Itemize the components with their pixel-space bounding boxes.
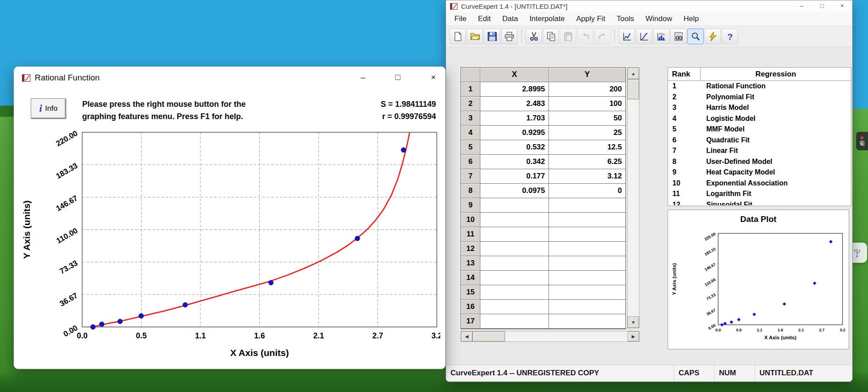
row-header[interactable]: 7 <box>461 169 480 184</box>
row-header[interactable]: 8 <box>461 184 480 198</box>
plot-data-button[interactable] <box>619 29 635 44</box>
redo-button[interactable] <box>594 29 610 44</box>
edge-tab[interactable]: 菊 <box>856 132 868 150</box>
close-button[interactable]: × <box>423 67 443 89</box>
menu-help[interactable]: Help <box>678 12 705 25</box>
cut-button[interactable] <box>526 29 542 44</box>
row-header[interactable]: 17 <box>461 314 480 329</box>
table-vertical-scrollbar[interactable]: ▲ ▼ <box>627 67 639 328</box>
table-corner-cell[interactable] <box>461 68 480 82</box>
cell-x[interactable] <box>480 213 549 227</box>
copy-button[interactable] <box>543 29 559 44</box>
cell-x[interactable]: 0.177 <box>480 169 549 184</box>
regression-item[interactable]: 12Sinusoidal Fit <box>668 201 850 206</box>
cell-y[interactable] <box>549 285 625 300</box>
cell-y[interactable]: 6.25 <box>549 155 625 169</box>
table-horizontal-scrollbar[interactable]: ◀ ▶ <box>461 331 639 342</box>
cell-y[interactable] <box>549 198 625 213</box>
cell-y[interactable] <box>549 227 625 242</box>
regression-item[interactable]: 7Linear Fit <box>668 147 850 158</box>
menu-edit[interactable]: Edit <box>472 12 496 25</box>
row-header[interactable]: 14 <box>461 271 480 285</box>
cell-y[interactable] <box>549 271 625 285</box>
cell-y[interactable]: 25 <box>549 126 625 140</box>
scroll-right-button[interactable]: ▶ <box>628 331 639 341</box>
row-header[interactable]: 11 <box>461 227 480 242</box>
menu-interpolate[interactable]: Interpolate <box>524 12 570 25</box>
main-title-bar[interactable]: CurveExpert 1.4 - [UNTITLED.DAT*] – □ × <box>446 0 852 12</box>
cell-y[interactable] <box>549 242 625 256</box>
cell-x[interactable]: 0.342 <box>480 155 549 169</box>
scroll-down-button[interactable]: ▼ <box>628 316 639 328</box>
help-button[interactable]: ? <box>722 29 738 44</box>
regression-item[interactable]: 2Polynomial Fit <box>668 93 850 104</box>
regression-item[interactable]: 11Logarithm Fit <box>668 190 850 201</box>
row-header[interactable]: 16 <box>461 300 480 314</box>
row-header[interactable]: 3 <box>461 111 480 126</box>
report-view-button[interactable] <box>670 29 686 44</box>
maximize-button[interactable]: □ <box>388 67 408 89</box>
cell-y[interactable]: 12.5 <box>549 140 625 155</box>
cell-x[interactable]: 0.9295 <box>480 126 549 140</box>
close-button[interactable]: × <box>832 0 852 12</box>
cell-x[interactable]: 0.532 <box>480 140 549 155</box>
row-header[interactable]: 2 <box>461 97 480 111</box>
horizontal-scroll-thumb[interactable] <box>472 331 505 341</box>
probability-histogram-button[interactable]: P(x) <box>653 29 669 44</box>
horizontal-scroll-track[interactable] <box>505 331 628 341</box>
cell-x[interactable] <box>480 271 549 285</box>
curve-finder-button[interactable] <box>636 29 652 44</box>
info-button[interactable]: i Info <box>31 98 66 119</box>
row-header[interactable]: 15 <box>461 285 480 300</box>
cell-y[interactable]: 3.12 <box>549 169 625 184</box>
print-button[interactable] <box>501 29 517 44</box>
row-header[interactable]: 10 <box>461 213 480 227</box>
row-header[interactable]: 13 <box>461 256 480 271</box>
regression-item[interactable]: 3Harris Model <box>668 104 850 115</box>
row-header[interactable]: 5 <box>461 140 480 155</box>
row-header[interactable]: 12 <box>461 242 480 256</box>
maximize-button[interactable]: □ <box>812 0 832 12</box>
cell-y[interactable] <box>549 256 625 271</box>
new-file-button[interactable] <box>450 29 466 44</box>
cell-x[interactable]: 1.703 <box>480 111 549 126</box>
menu-data[interactable]: Data <box>497 12 524 25</box>
calculate-lightning-button[interactable] <box>705 29 721 44</box>
regression-item[interactable]: 6Quadratic Fit <box>668 136 850 147</box>
undo-button[interactable] <box>577 29 593 44</box>
cell-y[interactable] <box>549 314 625 329</box>
scroll-up-button[interactable]: ▲ <box>628 68 639 79</box>
cell-x[interactable] <box>480 314 549 329</box>
row-header[interactable]: 6 <box>461 155 480 169</box>
minimize-button[interactable]: – <box>792 0 812 12</box>
row-header[interactable]: 4 <box>461 126 480 140</box>
regression-item[interactable]: 9Heat Capacity Model <box>668 168 850 179</box>
menu-tools[interactable]: Tools <box>611 12 640 25</box>
vertical-scroll-track[interactable] <box>628 99 639 316</box>
cell-y[interactable]: 100 <box>549 97 625 111</box>
cell-x[interactable]: 2.8995 <box>480 82 549 97</box>
cell-x[interactable] <box>480 285 549 300</box>
row-header[interactable]: 9 <box>461 198 480 213</box>
cell-y[interactable] <box>549 213 625 227</box>
fit-plot[interactable]: 0.00.000.536.671.173.331.6110.002.1146.6… <box>23 128 440 366</box>
cell-y[interactable]: 0 <box>549 184 625 198</box>
regression-item[interactable]: 10Exponential Association <box>668 179 850 190</box>
save-file-button[interactable] <box>484 29 500 44</box>
column-header-x[interactable]: X <box>480 68 549 82</box>
cell-x[interactable]: 0.0975 <box>480 184 549 198</box>
regression-item[interactable]: 4Logistic Model <box>668 115 850 126</box>
cell-y[interactable]: 200 <box>549 82 625 97</box>
fit-title-bar[interactable]: Rational Function – □ × <box>14 67 445 89</box>
menu-file[interactable]: File <box>449 12 472 25</box>
regression-item[interactable]: 8User-Defined Model <box>668 158 850 169</box>
cell-x[interactable] <box>480 300 549 314</box>
cell-y[interactable]: 50 <box>549 111 625 126</box>
regression-item[interactable]: 1Rational Function <box>668 82 850 93</box>
cell-x[interactable] <box>480 198 549 213</box>
cell-x[interactable]: 2.483 <box>480 97 549 111</box>
row-header[interactable]: 1 <box>461 82 480 97</box>
paste-button[interactable] <box>560 29 576 44</box>
zoom-button[interactable] <box>687 29 704 44</box>
cell-y[interactable] <box>549 300 625 314</box>
